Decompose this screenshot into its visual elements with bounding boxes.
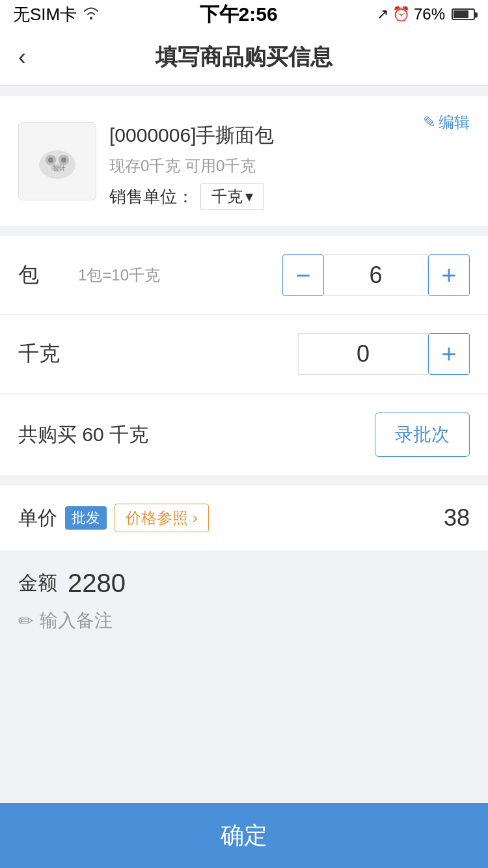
wifi-icon — [82, 5, 100, 25]
price-value: 38 — [444, 504, 470, 532]
confirm-button[interactable]: 确定 — [0, 803, 488, 868]
bag-quantity-control: − + — [282, 254, 470, 296]
unit-select[interactable]: 千克 ▾ — [200, 183, 264, 210]
bag-row: 包 1包=10千克 − + — [0, 236, 488, 315]
product-stock: 现存0千克 可用0千克 — [109, 156, 470, 176]
pencil-icon: ✏ — [18, 610, 33, 632]
price-reference-button[interactable]: 价格参照 › — [115, 504, 209, 532]
amount-value: 2280 — [68, 569, 126, 598]
unit-price-label: 单价 — [18, 505, 57, 532]
remark-label: 输入备注 — [40, 608, 113, 633]
svg-point-0 — [90, 17, 92, 20]
edit-button[interactable]: ✎ 编辑 — [423, 112, 470, 133]
product-info: [0000006]手撕面包 现存0千克 可用0千克 销售单位： 千克 ▾ — [109, 122, 470, 210]
price-label-group: 单价 批发 价格参照 › — [18, 504, 209, 532]
spacer — [0, 651, 488, 803]
status-indicators: ↗ ⏰ 76% — [377, 5, 475, 23]
bag-label: 包 — [18, 261, 70, 290]
bag-increment-button[interactable]: + — [428, 254, 470, 296]
product-card: 智计 [0000006]手撕面包 现存0千克 可用0千克 销售单位： 千克 ▾ … — [0, 96, 488, 226]
bag-decrement-button[interactable]: − — [282, 254, 324, 296]
price-row: 单价 批发 价格参照 › 38 — [18, 504, 470, 532]
battery-icon — [452, 8, 475, 20]
kg-label: 千克 — [18, 340, 70, 368]
amount-row: 金额 2280 — [18, 569, 470, 598]
status-bar: 无SIM卡 下午2:56 ↗ ⏰ 76% — [0, 0, 488, 29]
status-carrier: 无SIM卡 — [13, 3, 100, 26]
bag-quantity-input[interactable] — [324, 254, 428, 296]
kg-quantity-control: + — [298, 333, 470, 375]
batch-badge: 批发 — [65, 506, 107, 530]
svg-point-4 — [48, 157, 53, 163]
amount-label: 金额 — [18, 570, 57, 597]
svg-text:智计: 智计 — [53, 165, 66, 172]
kg-row: 千克 + — [0, 315, 488, 394]
amount-section: 金额 2280 ✏ 输入备注 — [0, 550, 488, 651]
unit-label: 销售单位： — [109, 185, 194, 208]
edit-icon: ✎ — [423, 113, 436, 131]
page-title: 填写商品购买信息 — [156, 42, 332, 72]
svg-point-5 — [61, 157, 66, 163]
summary-row: 共购买 60 千克 录批次 — [0, 394, 488, 475]
price-section: 单价 批发 价格参照 › 38 — [0, 485, 488, 550]
battery-text: 76% — [414, 5, 445, 23]
batch-button[interactable]: 录批次 — [375, 413, 470, 457]
location-icon: ↗ — [377, 6, 388, 23]
chevron-down-icon: ▾ — [245, 187, 253, 206]
product-image: 智计 — [18, 122, 96, 200]
summary-text: 共购买 60 千克 — [18, 422, 148, 448]
form-section: 包 1包=10千克 − + 千克 + 共购买 60 千克 录批次 — [0, 236, 488, 475]
confirm-label: 确定 — [221, 820, 267, 852]
carrier-text: 无SIM卡 — [13, 3, 77, 26]
back-button[interactable]: ‹ — [18, 44, 26, 71]
product-thumbnail: 智计 — [34, 142, 80, 181]
status-time: 下午2:56 — [200, 1, 278, 28]
remark-row[interactable]: ✏ 输入备注 — [18, 608, 470, 633]
nav-bar: ‹ 填写商品购买信息 — [0, 29, 488, 86]
alarm-icon: ⏰ — [392, 6, 410, 23]
bag-hint: 1包=10千克 — [78, 265, 160, 286]
product-name: [0000006]手撕面包 — [109, 122, 470, 149]
kg-quantity-input[interactable] — [298, 333, 428, 375]
product-unit-row: 销售单位： 千克 ▾ — [109, 183, 470, 210]
kg-increment-button[interactable]: + — [428, 333, 470, 375]
